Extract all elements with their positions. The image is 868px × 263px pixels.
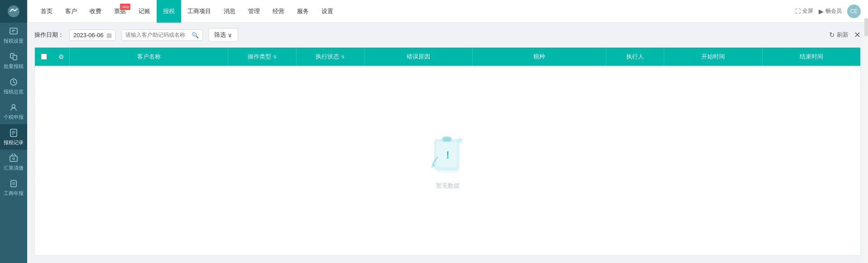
svg-text:!: ! <box>446 149 449 161</box>
col-exec-status[interactable]: 执行状态 ⇅ <box>296 48 364 66</box>
svg-point-1 <box>10 10 11 12</box>
fullscreen-btn[interactable]: ⛶ 全屏 <box>795 7 813 15</box>
search-icon: 🔍 <box>192 32 199 39</box>
svg-point-0 <box>8 5 19 17</box>
sidebar-item-label: 汇算清缴 <box>4 165 24 171</box>
avatar-text: CE <box>850 8 858 15</box>
sidebar-item-batch-tax[interactable]: 批量报税 <box>0 48 27 73</box>
member-btn[interactable]: ▶ 畅会员 <box>819 7 842 15</box>
annual-report-icon <box>9 179 19 189</box>
date-label: 操作日期： <box>34 31 64 39</box>
svg-point-16 <box>13 158 14 160</box>
nav-item-messages[interactable]: 消息 <box>217 0 242 23</box>
member-label: 畅会员 <box>825 7 842 15</box>
svg-point-2 <box>16 8 18 10</box>
filter-chevron-icon: ∨ <box>228 32 232 39</box>
nav-item-invoice[interactable]: 票据new <box>108 0 132 23</box>
nav-label: 消息 <box>224 7 235 15</box>
page-body: 操作日期： 2023-06-06 ▦ 🔍 筛选 ∨ ↻ 刷新 ✕ <box>27 23 868 263</box>
calendar-icon: ▦ <box>106 32 112 39</box>
sidebar-item-label: 报税总览 <box>4 88 24 95</box>
col-client-name-label: 客户名称 <box>137 53 161 61</box>
svg-rect-15 <box>10 156 17 161</box>
nav-item-home[interactable]: 首页 <box>34 0 59 23</box>
new-badge: new <box>120 4 130 10</box>
nav-item-bookkeeping[interactable]: 记账 <box>132 0 157 23</box>
nav-item-billing[interactable]: 收费 <box>83 0 108 23</box>
col-executor: 执行人 <box>606 48 664 66</box>
col-exec-status-label: 执行状态 <box>316 53 339 61</box>
settlement-icon <box>9 153 19 163</box>
col-end-time: 结束时间 <box>762 48 860 66</box>
filter-button[interactable]: 筛选 ∨ <box>208 28 238 42</box>
nav-item-finance[interactable]: 经营 <box>266 0 291 23</box>
nav-label: 经营 <box>273 7 284 15</box>
op-type-sort-icon: ⇅ <box>273 54 277 59</box>
avatar[interactable]: CE <box>847 5 861 18</box>
sidebar-item-tax-summary[interactable]: 报税总览 <box>0 73 27 99</box>
col-error-reason-label: 错误原因 <box>407 53 430 61</box>
col-op-type-label: 操作类型 <box>248 53 271 61</box>
nav-label: 管理 <box>248 7 260 15</box>
nav-item-admin[interactable]: 管理 <box>242 0 266 23</box>
svg-rect-23 <box>444 138 450 141</box>
nav-item-client[interactable]: 客户 <box>59 0 83 23</box>
video-icon: ▶ <box>819 8 824 15</box>
fullscreen-label: 全屏 <box>802 7 813 15</box>
table-header: ⚙ 客户名称 操作类型 ⇅ 执行状态 ⇅ 错误原因 税种 <box>35 48 860 66</box>
col-op-type[interactable]: 操作类型 ⇅ <box>228 48 296 66</box>
col-executor-label: 执行人 <box>626 53 644 61</box>
nav-item-tax[interactable]: 报税 <box>157 0 181 23</box>
nav-item-settings[interactable]: 设置 <box>315 0 340 23</box>
sidebar-item-label: 报税设置 <box>4 38 24 44</box>
svg-rect-7 <box>13 55 17 60</box>
search-input[interactable] <box>125 32 189 38</box>
toolbar-right: ↻ 刷新 ✕ <box>829 31 861 39</box>
nav-label: 首页 <box>41 7 53 15</box>
gear-icon[interactable]: ⚙ <box>58 53 64 60</box>
sidebar-item-annual-report[interactable]: 工商年报 <box>0 175 27 200</box>
nav-item-business[interactable]: 工商项目 <box>181 0 217 23</box>
search-box[interactable]: 🔍 <box>121 29 203 41</box>
sidebar-item-settlement[interactable]: 汇算清缴 <box>0 150 27 175</box>
close-icon: ✕ <box>854 30 861 39</box>
date-picker[interactable]: 2023-06-06 ▦ <box>69 29 116 41</box>
exec-status-sort-icon: ⇅ <box>341 54 345 59</box>
col-tax-type: 税种 <box>472 48 606 66</box>
col-tax-type-label: 税种 <box>533 53 545 61</box>
svg-rect-17 <box>11 180 16 187</box>
svg-point-28 <box>436 169 459 173</box>
nav-label: 收费 <box>90 7 101 15</box>
nav-label: 客户 <box>65 7 77 15</box>
tax-records-icon <box>9 128 19 138</box>
nav-right: ⛶ 全屏 ▶ 畅会员 CE <box>795 5 861 18</box>
empty-state: ! 暂无数据 <box>35 66 860 255</box>
sidebar-item-personal-tax[interactable]: 个税申报 <box>0 99 27 124</box>
refresh-button[interactable]: ↻ 刷新 <box>829 31 849 39</box>
select-all-checkbox[interactable] <box>41 54 47 60</box>
fullscreen-icon: ⛶ <box>795 8 801 15</box>
sidebar-item-tax-records[interactable]: 报税记录 <box>0 124 27 150</box>
nav-items: 首页客户收费票据new记账报税工商项目消息管理经营服务设置 <box>34 0 795 23</box>
top-nav: 首页客户收费票据new记账报税工商项目消息管理经营服务设置 ⛶ 全屏 ▶ 畅会员… <box>27 0 868 23</box>
close-button[interactable]: ✕ <box>854 31 861 39</box>
select-all-checkbox-cell[interactable] <box>35 54 53 60</box>
sidebar-item-tax-settings[interactable]: 报税设置 <box>0 23 27 48</box>
nav-label: 工商项目 <box>187 7 211 15</box>
tax-summary-icon <box>9 77 19 87</box>
svg-rect-3 <box>10 28 17 34</box>
svg-point-10 <box>12 105 15 108</box>
nav-item-service[interactable]: 服务 <box>291 0 315 23</box>
column-settings-cell[interactable]: ⚙ <box>53 53 69 60</box>
sidebar-item-label: 报税记录 <box>4 139 24 146</box>
nav-label: 设置 <box>321 7 333 15</box>
col-end-time-label: 结束时间 <box>800 53 823 61</box>
personal-tax-icon <box>9 102 19 112</box>
toolbar: 操作日期： 2023-06-06 ▦ 🔍 筛选 ∨ ↻ 刷新 ✕ <box>27 23 868 47</box>
empty-illustration: ! <box>427 131 468 176</box>
refresh-label: 刷新 <box>837 31 849 39</box>
app-logo[interactable] <box>0 0 27 23</box>
col-error-reason: 错误原因 <box>364 48 472 66</box>
filter-label: 筛选 <box>214 31 226 39</box>
sidebar-item-label: 个税申报 <box>4 114 24 121</box>
